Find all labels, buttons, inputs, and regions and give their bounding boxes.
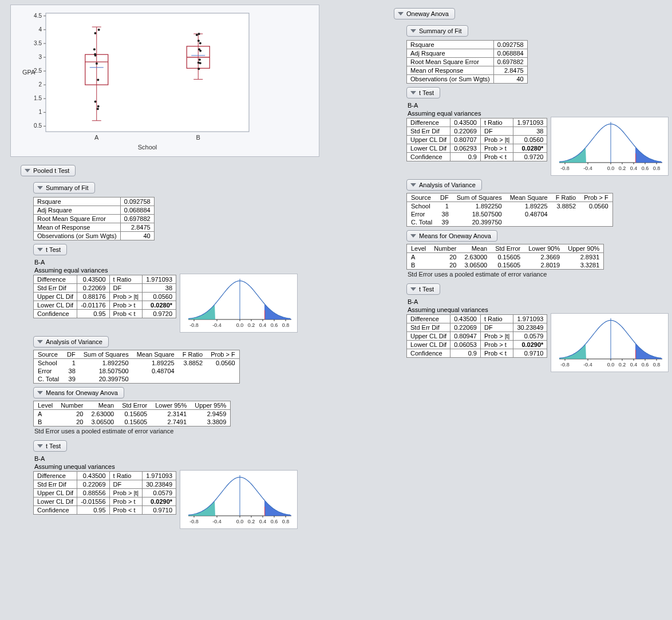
dist-curve-frame: -0.8-0.40.00.20.40.60.8 [551, 117, 669, 176]
disclosure-oneway[interactable]: Oneway Anova [394, 8, 455, 19]
svg-point-45 [198, 33, 200, 35]
chevron-down-icon [25, 169, 30, 172]
svg-text:0.4: 0.4 [630, 165, 638, 171]
header-label: Analysis of Variance [419, 181, 476, 188]
chevron-down-icon [37, 340, 43, 343]
svg-point-31 [98, 29, 100, 31]
svg-point-30 [97, 108, 99, 110]
header-label: t Test [419, 89, 434, 96]
disclosure-pooled-ttest[interactable]: Pooled t Test [21, 165, 76, 176]
svg-point-51 [197, 40, 200, 42]
distribution-curve: -0.8-0.40.00.20.40.60.8 [181, 275, 296, 330]
dist-curve-frame: -0.8-0.40.00.20.40.60.8 [180, 470, 298, 529]
header-label: Means for Oneway Anova [46, 389, 118, 396]
svg-point-32 [94, 32, 96, 34]
disclosure-means-left[interactable]: Means for Oneway Anova [33, 387, 124, 398]
chevron-down-icon [398, 12, 404, 15]
svg-text:0.4: 0.4 [259, 519, 267, 524]
svg-text:0.6: 0.6 [271, 322, 278, 328]
ttest-assume: Assuming unequal variances [33, 462, 319, 470]
ttest-sub: B-A [33, 258, 319, 266]
svg-rect-0 [46, 13, 249, 132]
svg-text:0.5: 0.5 [34, 123, 42, 129]
disclosure-ttest1-right[interactable]: t Test [406, 87, 440, 98]
svg-text:0.6: 0.6 [642, 165, 649, 171]
summary-table-left: Rsquare0.092758Adj Rsquare0.068884Root M… [33, 197, 155, 240]
summary-table-right: Rsquare0.092758Adj Rsquare0.068884Root M… [406, 40, 528, 84]
svg-point-28 [97, 78, 99, 81]
disclosure-anova-left[interactable]: Analysis of Variance [33, 336, 109, 347]
means-note: Std Error uses a pooled estimate of erro… [33, 427, 319, 437]
svg-text:3.5: 3.5 [34, 40, 42, 46]
svg-point-47 [199, 50, 201, 52]
svg-text:0.4: 0.4 [630, 362, 638, 368]
distribution-curve: -0.8-0.40.00.20.40.60.8 [552, 315, 667, 369]
header-label: t Test [46, 443, 61, 449]
ttest-assume: Assuming equal variances [406, 109, 672, 117]
means-table-left: LevelNumberMeanStd ErrorLower 95%Upper 9… [33, 401, 231, 427]
svg-text:-0.8: -0.8 [189, 322, 199, 328]
svg-text:0.0: 0.0 [607, 165, 615, 171]
svg-text:0.2: 0.2 [248, 322, 255, 328]
svg-point-29 [97, 105, 100, 108]
disclosure-summary-left[interactable]: Summary of Fit [33, 182, 95, 193]
header-label: t Test [419, 286, 434, 293]
svg-text:0.2: 0.2 [619, 165, 626, 171]
header-label: t Test [46, 246, 61, 253]
svg-text:4: 4 [38, 26, 42, 33]
dist-curve-frame: -0.8-0.40.00.20.40.60.8 [551, 313, 669, 372]
header-label: Means for Oneway Anova [419, 232, 491, 239]
svg-text:-0.4: -0.4 [584, 362, 593, 368]
svg-text:0.8: 0.8 [653, 362, 661, 368]
svg-point-50 [199, 62, 201, 64]
header-label: Summary of Fit [419, 27, 462, 34]
header-label: Summary of Fit [46, 184, 89, 191]
ttest2-table-left: Difference0.43500t Ratio1.971093Std Err … [33, 471, 176, 515]
svg-text:School: School [138, 144, 157, 151]
svg-text:0.4: 0.4 [259, 322, 267, 328]
svg-text:B: B [196, 134, 200, 141]
ttest2-table-right: Difference0.43500t Ratio1.971093Std Err … [406, 314, 547, 358]
header-label: Pooled t Test [33, 167, 69, 174]
disclosure-ttest1-left[interactable]: t Test [33, 244, 67, 255]
ttest1-table-right: Difference0.43500t Ratio1.971093Std Err … [406, 118, 547, 161]
svg-text:-0.4: -0.4 [584, 165, 593, 171]
svg-text:0.0: 0.0 [236, 519, 244, 524]
ttest-assume: Assuming equal variances [33, 266, 319, 274]
svg-text:0.0: 0.0 [607, 362, 615, 368]
svg-point-48 [199, 58, 201, 61]
ttest1-table-left: Difference0.43500t Ratio1.971093Std Err … [33, 275, 176, 318]
svg-text:-0.4: -0.4 [212, 519, 222, 524]
disclosure-summary-right[interactable]: Summary of Fit [406, 25, 468, 37]
chevron-down-icon [410, 29, 416, 33]
svg-text:3: 3 [38, 54, 42, 60]
svg-text:1.5: 1.5 [34, 95, 42, 101]
ttest-sub: B-A [406, 297, 672, 305]
right-column: Oneway Anova Summary of Fit Rsquare0.092… [394, 5, 672, 529]
header-label: Oneway Anova [406, 10, 449, 17]
svg-text:0.8: 0.8 [653, 165, 661, 171]
svg-text:A: A [94, 134, 99, 141]
svg-text:0.0: 0.0 [236, 322, 244, 328]
disclosure-ttest2-right[interactable]: t Test [406, 283, 440, 295]
chevron-down-icon [37, 186, 43, 189]
disclosure-ttest2-left[interactable]: t Test [33, 440, 67, 452]
svg-point-52 [196, 34, 198, 36]
boxplot-chart: 0.511.522.533.544.5GPAABSchool [14, 9, 255, 152]
chevron-down-icon [37, 248, 43, 251]
svg-point-26 [93, 48, 96, 50]
disclosure-anova-right[interactable]: Analysis of Variance [406, 179, 482, 191]
chevron-down-icon [37, 444, 43, 448]
svg-text:GPA: GPA [22, 69, 35, 76]
svg-text:0.6: 0.6 [271, 519, 278, 524]
ttest-sub: B-A [33, 454, 319, 462]
disclosure-means-right[interactable]: Means for Oneway Anova [406, 230, 497, 242]
means-table-right: LevelNumberMeanStd ErrorLower 90%Upper 9… [406, 244, 604, 270]
svg-text:0.2: 0.2 [248, 519, 255, 524]
ttest-sub: B-A [406, 101, 672, 109]
ttest-assume: Assuming unequal variances [406, 305, 672, 313]
svg-text:-0.4: -0.4 [212, 322, 222, 328]
anova-table-right: SourceDFSum of SquaresMean SquareF Ratio… [406, 193, 613, 227]
anova-table-left: SourceDFSum of SquaresMean SquareF Ratio… [33, 350, 240, 384]
svg-text:0.8: 0.8 [282, 519, 290, 524]
